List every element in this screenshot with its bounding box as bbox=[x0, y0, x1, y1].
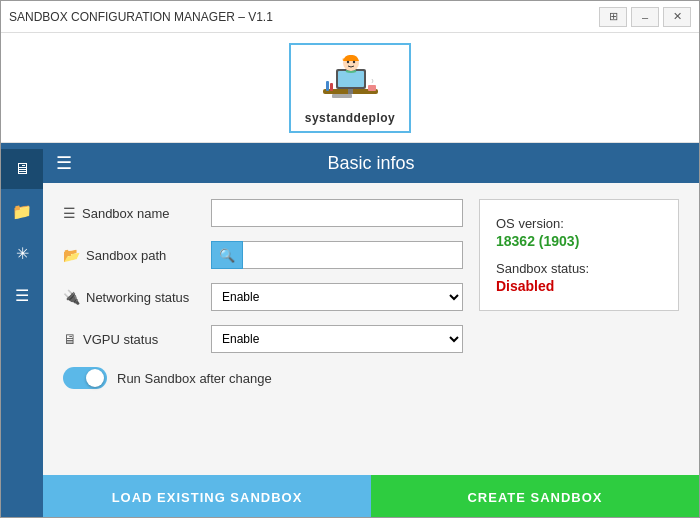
vgpu-status-label: 🖥 VGPU status bbox=[63, 331, 203, 347]
section-title: Basic infos bbox=[327, 153, 414, 174]
os-version-value: 18362 (1903) bbox=[496, 233, 662, 249]
svg-point-8 bbox=[352, 60, 354, 62]
networking-status-row: 🔌 Networking status Enable Disable bbox=[63, 283, 463, 311]
sandbox-path-row: 📂 Sandbox path 🔍 bbox=[63, 241, 463, 269]
load-sandbox-button[interactable]: LOAD EXISTING SANDBOX bbox=[43, 475, 371, 518]
sandbox-path-input[interactable] bbox=[243, 241, 463, 269]
sidebar-item-monitor[interactable]: 🖥 bbox=[1, 149, 43, 189]
svg-rect-10 bbox=[330, 83, 333, 91]
sandbox-status-value: Disabled bbox=[496, 278, 662, 294]
networking-status-label: 🔌 Networking status bbox=[63, 289, 203, 305]
sandbox-path-label: 📂 Sandbox path bbox=[63, 247, 203, 263]
asterisk-icon: ✳ bbox=[16, 244, 29, 263]
window-controls: ⊞ – ✕ bbox=[599, 7, 691, 27]
vgpu-icon: 🖥 bbox=[63, 331, 77, 347]
sandbox-path-icon: 📂 bbox=[63, 247, 80, 263]
toggle-label: Run Sandbox after change bbox=[117, 371, 272, 386]
hamburger-button[interactable]: ☰ bbox=[43, 143, 85, 183]
monitor-icon: 🖥 bbox=[14, 160, 30, 178]
sandbox-name-row: ☰ Sandbox name bbox=[63, 199, 463, 227]
mascot-icon bbox=[318, 51, 383, 111]
bottom-buttons: LOAD EXISTING SANDBOX CREATE SANDBOX bbox=[43, 475, 699, 518]
logo-text: systanddeploy bbox=[305, 111, 396, 125]
app-title: SANDBOX CONFIGURATION MANAGER – V1.1 bbox=[9, 10, 273, 24]
folder-icon: 📁 bbox=[12, 202, 32, 221]
main-container: 🖥 📁 ✳ ☰ ☰ Basic infos ☰ bbox=[1, 143, 699, 518]
icon-button[interactable]: ⊞ bbox=[599, 7, 627, 27]
toggle-row: Run Sandbox after change bbox=[63, 367, 463, 389]
logo-box: systanddeploy bbox=[289, 43, 412, 133]
sandbox-name-icon: ☰ bbox=[63, 205, 76, 221]
networking-status-select[interactable]: Enable Disable bbox=[211, 283, 463, 311]
search-icon: 🔍 bbox=[219, 248, 235, 263]
info-box: OS version: 18362 (1903) Sandbox status:… bbox=[479, 199, 679, 311]
svg-rect-9 bbox=[326, 81, 329, 91]
svg-rect-2 bbox=[338, 71, 364, 87]
logo-area: systanddeploy bbox=[1, 33, 699, 143]
content-area: ☰ Basic infos ☰ Sandbox name bbox=[43, 143, 699, 518]
vgpu-status-row: 🖥 VGPU status Enable Disable bbox=[63, 325, 463, 353]
svg-rect-4 bbox=[332, 94, 352, 98]
minimize-button[interactable]: – bbox=[631, 7, 659, 27]
sandbox-name-label: ☰ Sandbox name bbox=[63, 205, 203, 221]
hamburger-icon: ☰ bbox=[56, 152, 72, 174]
sandbox-status-row: Sandbox status: Disabled bbox=[496, 261, 662, 294]
svg-rect-5 bbox=[368, 85, 376, 91]
os-version-row: OS version: 18362 (1903) bbox=[496, 216, 662, 249]
toggle-knob bbox=[86, 369, 104, 387]
svg-point-7 bbox=[346, 60, 348, 62]
os-version-key: OS version: bbox=[496, 216, 662, 231]
sandbox-name-input[interactable] bbox=[211, 199, 463, 227]
run-sandbox-toggle[interactable] bbox=[63, 367, 107, 389]
form-left: ☰ Sandbox name 📂 Sandbox path 🔍 bbox=[63, 199, 463, 459]
form-area: ☰ Sandbox name 📂 Sandbox path 🔍 bbox=[43, 183, 699, 475]
titlebar: SANDBOX CONFIGURATION MANAGER – V1.1 ⊞ –… bbox=[1, 1, 699, 33]
sidebar: 🖥 📁 ✳ ☰ bbox=[1, 143, 43, 518]
sidebar-item-list[interactable]: ☰ bbox=[1, 275, 43, 315]
sidebar-item-asterisk[interactable]: ✳ bbox=[1, 233, 43, 273]
sidebar-item-folder[interactable]: 📁 bbox=[1, 191, 43, 231]
list-icon: ☰ bbox=[15, 286, 29, 305]
section-header-wrapper: ☰ Basic infos bbox=[43, 143, 699, 183]
vgpu-status-select[interactable]: Enable Disable bbox=[211, 325, 463, 353]
networking-icon: 🔌 bbox=[63, 289, 80, 305]
sandbox-status-key: Sandbox status: bbox=[496, 261, 662, 276]
path-input-wrapper: 🔍 bbox=[211, 241, 463, 269]
browse-button[interactable]: 🔍 bbox=[211, 241, 243, 269]
close-button[interactable]: ✕ bbox=[663, 7, 691, 27]
svg-rect-3 bbox=[348, 89, 353, 94]
create-sandbox-button[interactable]: CREATE SANDBOX bbox=[371, 475, 699, 518]
